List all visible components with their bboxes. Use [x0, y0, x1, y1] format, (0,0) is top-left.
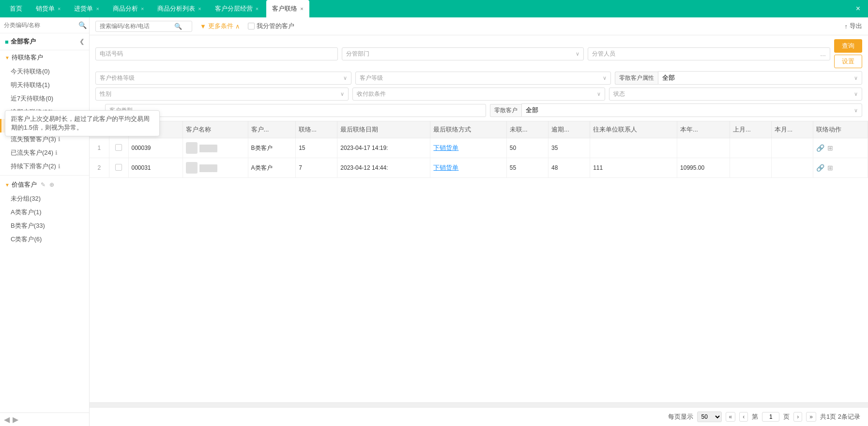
col-name[interactable]: 客户名称: [183, 121, 248, 138]
sidebar-item-ungroup[interactable]: 未分组(32): [0, 192, 89, 206]
sidebar-item-churned[interactable]: 已流失客户(24) ℹ: [0, 146, 89, 160]
sidebar-collapse-btn[interactable]: ❮: [79, 38, 84, 45]
payment-filter[interactable]: 收付款条件 ∨: [352, 88, 606, 101]
col-last-contact-method[interactable]: 最后联络方式: [430, 121, 506, 138]
action-link-icon-1[interactable]: 🔗: [816, 164, 824, 172]
sidebar-item-7days[interactable]: 近7天待联络(0): [0, 92, 89, 105]
cell-index-0: 1: [90, 138, 109, 158]
sidebar-item-b-class[interactable]: B类客户(33): [0, 219, 89, 233]
set-button[interactable]: 设置: [834, 55, 862, 68]
cell-last-contact-method-1[interactable]: 下销货单: [430, 158, 506, 178]
nav-tab-home[interactable]: 首页: [4, 0, 28, 17]
horizontal-scrollbar[interactable]: [90, 402, 868, 407]
customer-level-filter[interactable]: 客户等级 ∨: [355, 72, 611, 85]
col-action: 联络动作: [813, 121, 868, 138]
nav-tab-tier[interactable]: 客户分层经营 ×: [209, 0, 264, 17]
last-contact-link-1[interactable]: 下销货单: [433, 164, 458, 171]
action-grid-icon-1[interactable]: ⊞: [827, 164, 833, 172]
sidebar-search-input[interactable]: [4, 22, 76, 29]
next-page-button[interactable]: ›: [793, 412, 802, 422]
filter-icon: ▼: [200, 23, 206, 30]
cell-checkbox-1[interactable]: [109, 158, 128, 178]
cell-action-1: 🔗 ⊞: [813, 158, 868, 178]
retail-attr-value[interactable]: 全部 ∨: [658, 71, 862, 85]
last-page-button[interactable]: »: [806, 412, 816, 422]
sidebar-item-tomorrow[interactable]: 明天待联络(1): [0, 78, 89, 92]
search-input[interactable]: [100, 23, 172, 29]
retail-customer-value[interactable]: 全部 ∨: [521, 103, 862, 117]
cell-last-month-1: [730, 158, 772, 178]
customer-type-filter[interactable]: 客户类型: [105, 104, 486, 117]
col-un-contact[interactable]: 未联...: [506, 121, 548, 138]
cell-index-1: 2: [90, 158, 109, 178]
retail-attr-filter[interactable]: 零散客户属性 全部 ∨: [615, 71, 862, 85]
nav-tab-contact-close[interactable]: ×: [300, 6, 303, 12]
action-icons-0: 🔗 ⊞: [816, 144, 865, 152]
nav-tab-analysis-close[interactable]: ×: [141, 6, 144, 12]
row-checkbox-0[interactable]: [115, 144, 122, 151]
add-group-icon[interactable]: ⊕: [49, 181, 54, 188]
nav-tab-analysis[interactable]: 商品分析 ×: [107, 0, 150, 17]
sidebar-prev-btn[interactable]: ◀: [4, 415, 10, 424]
my-customer-checkbox-area[interactable]: 我分管的客户: [248, 22, 294, 30]
nav-tab-contact[interactable]: 客户联络 ×: [266, 0, 309, 17]
manager-dots[interactable]: ...: [820, 50, 826, 58]
cell-un-contact-0: 50: [506, 138, 548, 158]
col-last-contact-date[interactable]: 最后联络日期: [337, 121, 430, 138]
page-size-select[interactable]: 50 20 100 200: [697, 411, 722, 422]
col-last-month[interactable]: 上月...: [730, 121, 772, 138]
close-all-button[interactable]: ×: [852, 2, 864, 15]
col-contact-count[interactable]: 联络...: [296, 121, 337, 138]
dept-filter[interactable]: 分管部门 ∨: [342, 47, 584, 60]
sidebar-item-a-class[interactable]: A类客户(1): [0, 206, 89, 219]
nav-tab-tier-close[interactable]: ×: [256, 6, 259, 12]
cell-checkbox-0[interactable]: [109, 138, 128, 158]
sidebar-item-declining[interactable]: 持续下滑客户(2) ℹ: [0, 160, 89, 173]
sidebar-next-btn[interactable]: ▶: [13, 415, 18, 424]
retail-customer-filter[interactable]: 零散客户 全部 ∨: [490, 103, 862, 117]
first-page-button[interactable]: «: [726, 412, 736, 422]
cell-customer-type-0: B类客户: [248, 138, 296, 158]
last-contact-link-0[interactable]: 下销货单: [433, 144, 458, 151]
query-button[interactable]: 查询: [834, 39, 862, 53]
phone-filter[interactable]: 电话号码: [95, 47, 338, 60]
sidebar-item-today[interactable]: 今天待联络(0): [0, 65, 89, 78]
nav-tab-sales[interactable]: 销货单 ×: [30, 0, 66, 17]
my-customer-checkbox[interactable]: [248, 23, 255, 29]
col-overdue[interactable]: 逾期...: [548, 121, 590, 138]
sidebar-pending-group[interactable]: ▼ 待联络客户: [0, 50, 89, 65]
nav-tab-analysis-list-close[interactable]: ×: [198, 6, 201, 12]
cell-last-contact-date-1: 2023-04-12 14:44:: [337, 158, 430, 178]
action-grid-icon-0[interactable]: ⊞: [827, 144, 833, 152]
export-button[interactable]: ↑ 导出: [845, 22, 863, 30]
page-number-input[interactable]: [762, 412, 779, 422]
price-level-filter[interactable]: 客户价格等级 ∨: [95, 72, 351, 85]
gender-filter[interactable]: 性别 ∨: [95, 88, 349, 101]
status-filter[interactable]: 状态 ∨: [609, 88, 862, 101]
col-name-sort[interactable]: 客户名称: [186, 125, 211, 134]
sidebar-value-group[interactable]: ▼ 价值客户 ✎ ⊕: [0, 177, 89, 192]
col-this-month[interactable]: 本月...: [772, 121, 813, 138]
row-checkbox-1[interactable]: [115, 164, 122, 171]
nav-tab-purchase-close[interactable]: ×: [96, 6, 99, 12]
nav-tab-sales-close[interactable]: ×: [58, 6, 61, 12]
prev-page-button[interactable]: ‹: [739, 412, 748, 422]
cell-last-contact-method-0[interactable]: 下销货单: [430, 138, 506, 158]
cell-contact-count-0: 15: [296, 138, 337, 158]
edit-icon[interactable]: ✎: [41, 181, 46, 188]
more-filter-button[interactable]: ▼ 更多条件 ∧: [196, 20, 244, 32]
info-icon-2: ℹ: [55, 149, 58, 156]
col-year-amount[interactable]: 本年...: [677, 121, 730, 138]
sidebar-item-c-class[interactable]: C类客户(6): [0, 233, 89, 246]
info-icon-3: ℹ: [58, 163, 61, 170]
table-row: 1 000039 ████ B类客户 15 2023-04-17 14:19:: [90, 138, 868, 158]
sidebar-all-customers[interactable]: ■ 全部客户 ❮: [0, 33, 89, 50]
toolbar-search-box[interactable]: 🔍: [95, 21, 192, 32]
nav-tab-purchase[interactable]: 进货单 ×: [68, 0, 105, 17]
manager-filter[interactable]: 分管人员 ...: [588, 47, 830, 60]
col-unit-contact[interactable]: 往来单位联系人: [590, 121, 677, 138]
action-link-icon-0[interactable]: 🔗: [816, 144, 824, 152]
nav-tab-analysis-list[interactable]: 商品分析列表 ×: [152, 0, 207, 17]
col-customer-type[interactable]: 客户...: [248, 121, 296, 138]
cell-contact-count-1: 7: [296, 158, 337, 178]
